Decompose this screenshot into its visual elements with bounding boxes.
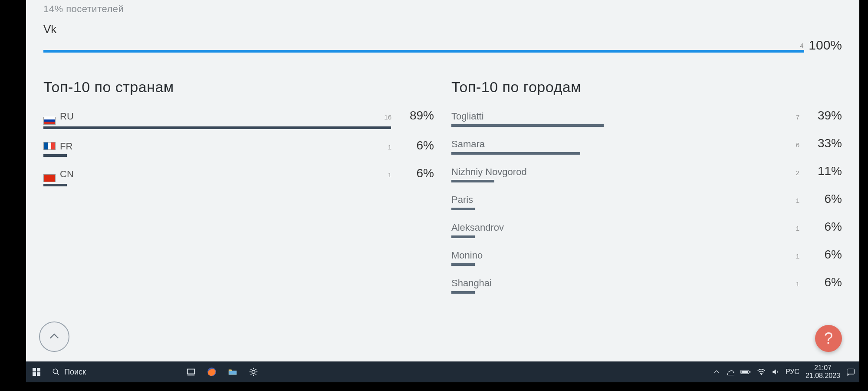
city-row[interactable]: Monino 1 6%	[451, 248, 842, 266]
task-view-button[interactable]	[181, 361, 201, 382]
flag-icon	[43, 117, 56, 125]
city-percent: 11%	[803, 164, 842, 178]
city-count: 2	[796, 169, 799, 176]
source-label: Vk	[43, 23, 842, 36]
source-vk-row: Vk 4 100%	[43, 23, 842, 53]
windows-taskbar[interactable]: Поиск РУС 21:07	[26, 361, 859, 382]
city-percent: 33%	[803, 136, 842, 150]
city-name: Shanghai	[451, 278, 796, 289]
city-bar	[451, 263, 475, 266]
city-row[interactable]: Togliatti 7 39%	[451, 109, 842, 127]
scroll-top-button[interactable]	[39, 321, 69, 352]
cities-panel: Топ-10 по городам Togliatti 7 39% Samara…	[451, 79, 842, 303]
gear-icon	[249, 367, 258, 377]
city-row[interactable]: Samara 6 33%	[451, 136, 842, 155]
city-bar	[451, 208, 475, 210]
svg-line-1	[57, 373, 59, 375]
city-percent: 6%	[803, 192, 842, 206]
city-name: Nizhniy Novgorod	[451, 166, 796, 178]
svg-rect-2	[187, 369, 195, 374]
country-bar	[43, 184, 67, 186]
city-bar	[451, 235, 475, 238]
city-count: 6	[796, 141, 799, 149]
tray-time: 21:07	[806, 364, 840, 372]
city-row[interactable]: Shanghai 1 6%	[451, 275, 842, 294]
city-percent: 6%	[803, 220, 842, 234]
city-name: Paris	[451, 194, 796, 205]
help-icon: ?	[824, 329, 833, 348]
city-percent: 6%	[803, 248, 842, 262]
start-button[interactable]	[26, 361, 47, 382]
city-count: 1	[796, 225, 799, 232]
battery-icon	[740, 369, 751, 375]
city-name: Togliatti	[451, 111, 796, 122]
city-count: 1	[796, 197, 799, 204]
city-bar	[451, 180, 494, 182]
country-count: 1	[388, 171, 391, 179]
wifi-icon	[757, 368, 766, 375]
windows-logo-icon	[33, 368, 40, 376]
country-count: 1	[388, 143, 391, 151]
task-view-icon	[186, 367, 196, 377]
volume-icon	[772, 368, 779, 376]
country-row[interactable]: CN 1 6%	[43, 166, 434, 187]
country-row[interactable]: RU 16 89%	[43, 109, 434, 129]
svg-point-6	[252, 370, 255, 373]
cities-title: Топ-10 по городам	[451, 79, 842, 96]
city-percent: 6%	[803, 275, 842, 289]
taskbar-search[interactable]: Поиск	[49, 361, 173, 382]
country-percent: 6%	[395, 166, 434, 180]
country-bar	[43, 126, 391, 129]
chevron-up-icon	[48, 331, 60, 343]
country-percent: 6%	[395, 139, 434, 152]
taskbar-app-settings[interactable]	[244, 361, 263, 382]
country-row[interactable]: FR 1 6%	[43, 139, 434, 157]
country-code: CN	[60, 169, 388, 180]
country-code: RU	[60, 111, 384, 122]
help-button[interactable]: ?	[815, 325, 842, 352]
taskbar-app-explorer[interactable]	[223, 361, 242, 382]
city-name: Samara	[451, 139, 796, 150]
svg-point-0	[53, 369, 58, 374]
svg-point-10	[761, 374, 762, 375]
flag-icon	[43, 142, 56, 150]
source-count: 4	[800, 42, 803, 49]
city-bar	[451, 152, 580, 155]
chevron-up-icon	[713, 369, 720, 375]
app-window: 14% посетителей Vk 4 100% Топ-10 по стра…	[26, 0, 859, 382]
country-count: 16	[384, 113, 391, 121]
city-percent: 39%	[803, 109, 842, 123]
tray-date: 21.08.2023	[806, 372, 840, 380]
svg-rect-9	[741, 371, 748, 373]
svg-rect-8	[749, 371, 750, 372]
city-row[interactable]: Paris 1 6%	[451, 192, 842, 210]
tray-clock[interactable]: 21:07 21.08.2023	[806, 364, 840, 379]
country-bar	[43, 154, 67, 157]
taskbar-app-firefox[interactable]	[202, 361, 221, 382]
city-count: 1	[796, 280, 799, 288]
flag-icon	[43, 174, 56, 182]
city-name: Aleksandrov	[451, 222, 796, 233]
city-bar	[451, 291, 475, 294]
source-percent: 100%	[809, 38, 842, 53]
city-name: Monino	[451, 250, 796, 261]
folder-icon	[227, 367, 238, 377]
countries-title: Топ-10 по странам	[43, 79, 434, 96]
system-tray[interactable]: РУС 21:07 21.08.2023	[713, 364, 859, 379]
dashboard-content: 14% посетителей Vk 4 100% Топ-10 по стра…	[39, 0, 846, 356]
country-percent: 89%	[395, 109, 434, 123]
city-count: 7	[796, 113, 799, 121]
city-row[interactable]: Nizhniy Novgorod 2 11%	[451, 164, 842, 182]
svg-rect-11	[847, 369, 855, 374]
search-icon	[52, 368, 60, 376]
source-bar: 4	[43, 50, 804, 53]
tray-language[interactable]: РУС	[786, 368, 799, 376]
notifications-icon[interactable]	[846, 368, 855, 376]
firefox-icon	[207, 367, 217, 377]
search-placeholder: Поиск	[64, 368, 86, 377]
onedrive-icon	[726, 368, 734, 375]
city-count: 1	[796, 252, 799, 260]
country-code: FR	[60, 141, 388, 152]
city-row[interactable]: Aleksandrov 1 6%	[451, 220, 842, 238]
visitors-subhead: 14% посетителей	[43, 3, 846, 15]
